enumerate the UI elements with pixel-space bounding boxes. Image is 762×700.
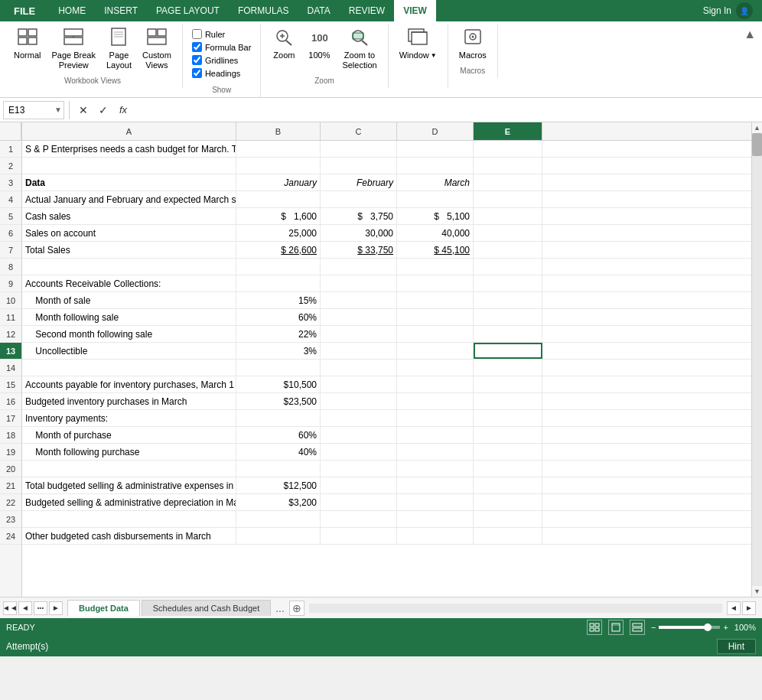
zoom-handle[interactable] <box>704 623 712 631</box>
view-normal-icon[interactable] <box>587 620 602 635</box>
view-page-break-icon[interactable] <box>630 620 645 635</box>
cell-d21[interactable] <box>397 477 474 493</box>
cell-e9[interactable] <box>474 275 542 291</box>
cell-a15[interactable]: Accounts payable for inventory purchases… <box>22 376 236 392</box>
cell-e23[interactable] <box>474 511 542 527</box>
cell-e14[interactable] <box>474 360 542 376</box>
cell-d8[interactable] <box>397 259 474 275</box>
cell-a13[interactable]: Uncollectible <box>22 343 236 359</box>
cell-c2[interactable] <box>321 158 397 174</box>
zoom-100-button[interactable]: 100 100% <box>302 24 336 63</box>
zoom-bar[interactable] <box>659 626 720 629</box>
ruler-checkbox[interactable] <box>192 29 202 39</box>
scroll-up-button[interactable]: ▲ <box>752 122 763 133</box>
cell-e8[interactable] <box>474 259 542 275</box>
cell-d19[interactable] <box>397 444 474 460</box>
cell-d24[interactable] <box>397 528 474 544</box>
cell-d7[interactable]: $ 45,100 <box>397 242 474 258</box>
cell-c19[interactable] <box>321 444 397 460</box>
col-header-d[interactable]: D <box>397 122 474 140</box>
row-num-16[interactable]: 16 <box>0 393 21 410</box>
headings-checkbox[interactable] <box>192 68 202 78</box>
row-num-4[interactable]: 4 <box>0 191 21 208</box>
zoom-minus[interactable]: − <box>651 623 656 632</box>
cell-e18[interactable] <box>474 427 542 443</box>
cell-c9[interactable] <box>321 275 397 291</box>
row-num-23[interactable]: 23 <box>0 511 21 528</box>
cell-d5[interactable]: $ 5,100 <box>397 208 474 224</box>
cell-e4[interactable] <box>474 191 542 207</box>
cell-a6[interactable]: Sales on account <box>22 225 236 241</box>
cell-c20[interactable] <box>321 461 397 477</box>
cell-a18[interactable]: Month of purchase <box>22 427 236 443</box>
cell-d23[interactable] <box>397 511 474 527</box>
cell-c4[interactable] <box>321 191 397 207</box>
cell-reference-input[interactable] <box>8 105 54 116</box>
row-num-22[interactable]: 22 <box>0 494 21 511</box>
scroll-right-button[interactable]: ► <box>742 601 756 615</box>
name-box-dropdown[interactable]: ▼ <box>54 106 62 114</box>
col-header-e[interactable]: E <box>474 122 542 140</box>
cell-a11[interactable]: Month following sale <box>22 309 236 325</box>
cell-c1[interactable] <box>321 141 397 157</box>
cell-d14[interactable] <box>397 360 474 376</box>
cell-a3[interactable]: Data <box>22 174 236 190</box>
tab-next-button[interactable]: ► <box>49 601 63 615</box>
cell-b19[interactable]: 40% <box>236 444 321 460</box>
cell-c16[interactable] <box>321 393 397 409</box>
row-num-19[interactable]: 19 <box>0 444 21 461</box>
cell-e12[interactable] <box>474 326 542 342</box>
cell-b6[interactable]: 25,000 <box>236 225 321 241</box>
cell-b13[interactable]: 3% <box>236 343 321 359</box>
cell-e16[interactable] <box>474 393 542 409</box>
cell-c12[interactable] <box>321 326 397 342</box>
cell-b10[interactable]: 15% <box>236 292 321 308</box>
cell-b24[interactable] <box>236 528 321 544</box>
menu-home[interactable]: HOME <box>49 0 95 21</box>
sign-in-area[interactable]: Sign In 👤 <box>694 2 762 19</box>
cell-d6[interactable]: 40,000 <box>397 225 474 241</box>
row-num-15[interactable]: 15 <box>0 376 21 393</box>
custom-views-button[interactable]: Custom Views <box>138 24 176 73</box>
gridlines-check[interactable]: Gridlines <box>192 55 252 65</box>
cell-c10[interactable] <box>321 292 397 308</box>
cell-b15[interactable]: $10,500 <box>236 376 321 392</box>
cell-d13[interactable] <box>397 343 474 359</box>
cell-a5[interactable]: Cash sales <box>22 208 236 224</box>
cell-c7[interactable]: $ 33,750 <box>321 242 397 258</box>
cell-a1[interactable]: S & P Enterprises needs a cash budget fo… <box>22 141 236 157</box>
cell-b4[interactable] <box>236 191 321 207</box>
cell-b16[interactable]: $23,500 <box>236 393 321 409</box>
macros-button[interactable]: Macros <box>454 24 491 63</box>
menu-data[interactable]: DATA <box>298 0 340 21</box>
cell-b1[interactable] <box>236 141 321 157</box>
cell-d22[interactable] <box>397 494 474 510</box>
cell-e6[interactable] <box>474 225 542 241</box>
tab-nav-dots[interactable]: ••• <box>34 601 47 615</box>
headings-check[interactable]: Headings <box>192 68 252 78</box>
tab-first-button[interactable]: ◄◄ <box>3 601 17 615</box>
cell-b5[interactable]: $ 1,600 <box>236 208 321 224</box>
cell-e19[interactable] <box>474 444 542 460</box>
page-layout-button[interactable]: Page Layout <box>102 24 136 73</box>
row-num-17[interactable]: 17 <box>0 410 21 427</box>
cell-e24[interactable] <box>474 528 542 544</box>
view-page-layout-icon[interactable] <box>608 620 624 635</box>
sheet-tab-budget-data[interactable]: Budget Data <box>67 600 140 617</box>
cell-c17[interactable] <box>321 410 397 426</box>
cell-b11[interactable]: 60% <box>236 309 321 325</box>
cell-d1[interactable] <box>397 141 474 157</box>
cell-c15[interactable] <box>321 376 397 392</box>
zoom-plus[interactable]: + <box>723 623 728 632</box>
row-num-7[interactable]: 7 <box>0 242 21 259</box>
cell-c11[interactable] <box>321 309 397 325</box>
cell-d16[interactable] <box>397 393 474 409</box>
cell-a14[interactable] <box>22 360 236 376</box>
scroll-left-button[interactable]: ◄ <box>727 601 741 615</box>
row-num-11[interactable]: 11 <box>0 309 21 326</box>
cell-a16[interactable]: Budgeted inventory purchases in March <box>22 393 236 409</box>
cell-d9[interactable] <box>397 275 474 291</box>
cell-a10[interactable]: Month of sale <box>22 292 236 308</box>
row-num-13[interactable]: 13 <box>0 343 21 360</box>
cell-b2[interactable] <box>236 158 321 174</box>
